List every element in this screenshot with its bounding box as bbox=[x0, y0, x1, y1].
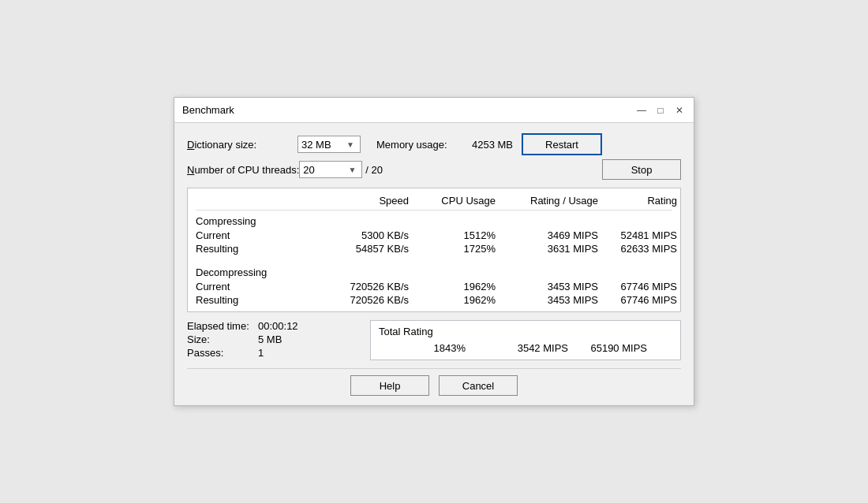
content-area: Dictionary size: 32 MB ▼ Memory usage: 4… bbox=[174, 123, 694, 405]
compress-resulting-cpu: 1725% bbox=[409, 243, 496, 255]
elapsed-row: Elapsed time: 00:00:12 bbox=[187, 320, 361, 332]
table-header-row: Speed CPU Usage Rating / Usage Rating bbox=[196, 193, 672, 211]
memory-usage-value: 4253 MB bbox=[458, 139, 513, 151]
dictionary-size-value: 32 MB bbox=[301, 139, 344, 151]
compress-current-cpu: 1512% bbox=[409, 229, 496, 241]
decompressing-label: Decompressing bbox=[196, 266, 672, 278]
stop-button[interactable]: Stop bbox=[602, 159, 681, 180]
benchmark-window: Benchmark — □ ✕ Dictionary size: 32 MB ▼… bbox=[174, 97, 694, 406]
table-row: Resulting 54857 KB/s 1725% 3631 MIPS 626… bbox=[196, 242, 672, 255]
compress-resulting-rating-usage: 3631 MIPS bbox=[496, 243, 598, 255]
size-row: Size: 5 MB bbox=[187, 333, 361, 345]
cpu-threads-dropdown[interactable]: 20 ▼ bbox=[299, 161, 362, 178]
total-rating-usage: 3542 MIPS bbox=[466, 342, 568, 354]
cpu-threads-label: Number of CPU threads: bbox=[187, 164, 299, 176]
table-row: Current 720526 KB/s 1962% 3453 MIPS 6774… bbox=[196, 280, 672, 293]
table-row: Resulting 720526 KB/s 1962% 3453 MIPS 67… bbox=[196, 293, 672, 307]
total-rating-value: 65190 MIPS bbox=[568, 342, 647, 354]
decompress-current-rating-usage: 3453 MIPS bbox=[496, 281, 598, 292]
elapsed-value: 00:00:12 bbox=[258, 320, 298, 332]
col-head-label bbox=[196, 195, 322, 207]
decompress-current-rating: 67746 MIPS bbox=[598, 281, 677, 292]
title-bar: Benchmark — □ ✕ bbox=[174, 98, 694, 123]
total-rating-row: 1843% 3542 MIPS 65190 MIPS bbox=[379, 342, 672, 354]
window-title: Benchmark bbox=[182, 104, 234, 116]
memory-usage-label: Memory usage: bbox=[376, 139, 451, 151]
dropdown-arrow2-icon: ▼ bbox=[346, 166, 358, 174]
decompress-resulting-rating-usage: 3453 MIPS bbox=[496, 294, 598, 306]
restart-button[interactable]: Restart bbox=[522, 134, 601, 155]
total-cpu: 1843% bbox=[379, 342, 466, 354]
dictionary-size-dropdown[interactable]: 32 MB ▼ bbox=[297, 136, 361, 153]
elapsed-box: Elapsed time: 00:00:12 Size: 5 MB Passes… bbox=[187, 320, 361, 360]
compress-current-rating: 52481 MIPS bbox=[598, 229, 677, 241]
elapsed-label: Elapsed time: bbox=[187, 320, 258, 332]
bottom-buttons: Help Cancel bbox=[187, 368, 681, 396]
col-head-rating-usage: Rating / Usage bbox=[496, 195, 598, 207]
passes-row: Passes: 1 bbox=[187, 347, 361, 359]
decompress-current-label: Current bbox=[196, 281, 322, 292]
bottom-section: Elapsed time: 00:00:12 Size: 5 MB Passes… bbox=[187, 320, 681, 360]
cancel-button[interactable]: Cancel bbox=[439, 375, 518, 396]
benchmark-table: Speed CPU Usage Rating / Usage Rating Co… bbox=[187, 188, 681, 312]
compressing-label: Compressing bbox=[196, 215, 672, 227]
decompress-current-cpu: 1962% bbox=[409, 281, 496, 292]
size-label: Size: bbox=[187, 333, 258, 345]
decompress-current-speed: 720526 KB/s bbox=[322, 281, 409, 292]
compress-current-label: Current bbox=[196, 229, 322, 241]
decompress-resulting-cpu: 1962% bbox=[409, 294, 496, 306]
size-value: 5 MB bbox=[258, 333, 282, 345]
decompress-resulting-label: Resulting bbox=[196, 294, 322, 306]
cpu-threads-suffix: / 20 bbox=[365, 164, 383, 176]
table-row: Current 5300 KB/s 1512% 3469 MIPS 52481 … bbox=[196, 229, 672, 242]
compress-resulting-label: Resulting bbox=[196, 243, 322, 255]
total-rating-box: Total Rating 1843% 3542 MIPS 65190 MIPS bbox=[370, 320, 681, 360]
passes-label: Passes: bbox=[187, 347, 258, 359]
top-row: Dictionary size: 32 MB ▼ Memory usage: 4… bbox=[187, 134, 681, 155]
help-button[interactable]: Help bbox=[350, 375, 429, 396]
compress-resulting-rating: 62633 MIPS bbox=[598, 243, 677, 255]
passes-value: 1 bbox=[258, 347, 264, 359]
compress-resulting-speed: 54857 KB/s bbox=[322, 243, 409, 255]
minimize-button[interactable]: — bbox=[634, 102, 649, 118]
dictionary-size-label: Dictionary size: bbox=[187, 139, 297, 151]
col-head-speed: Speed bbox=[322, 195, 409, 207]
compress-current-rating-usage: 3469 MIPS bbox=[496, 229, 598, 241]
maximize-button[interactable]: □ bbox=[653, 102, 668, 118]
col-head-cpu: CPU Usage bbox=[409, 195, 496, 207]
cpu-threads-value: 20 bbox=[303, 164, 346, 176]
col-head-rating: Rating bbox=[598, 195, 677, 207]
decompress-resulting-speed: 720526 KB/s bbox=[322, 294, 409, 306]
decompress-resulting-rating: 67746 MIPS bbox=[598, 294, 677, 306]
total-rating-title: Total Rating bbox=[379, 326, 672, 337]
dropdown-arrow-icon: ▼ bbox=[344, 140, 357, 149]
compress-current-speed: 5300 KB/s bbox=[322, 229, 409, 241]
window-controls: — □ ✕ bbox=[634, 102, 687, 118]
second-row: Number of CPU threads: 20 ▼ / 20 Stop bbox=[187, 159, 681, 180]
close-button[interactable]: ✕ bbox=[672, 102, 687, 118]
